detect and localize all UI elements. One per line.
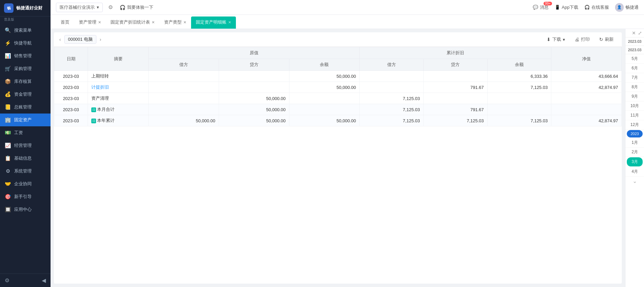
support-label: 在线客服 xyxy=(591,4,609,10)
header-actions: 💬 消息 99+ 📱 App下载 🎧 在线客服 👤 畅捷通 xyxy=(533,3,639,12)
sidebar-item-quicknav[interactable]: ⚡ 快捷导航 xyxy=(0,37,51,50)
sidebar-item-operation[interactable]: 📈 经营管理 xyxy=(0,139,51,152)
tab-depreciation-close[interactable]: ✕ xyxy=(152,20,155,25)
cal-year-header2: 2023.03 xyxy=(625,46,644,54)
sidebar-item-label: 基础信息 xyxy=(14,155,32,161)
edition-label: 普及版 xyxy=(0,17,51,24)
col-acc-dep-group: 累计折旧 xyxy=(360,47,551,59)
sidebar-item-fixed[interactable]: 🏢 固定资产 xyxy=(0,114,51,126)
toolbar-right: ⬇ 下载 ▾ 🖨 打印 ↻ 刷新 xyxy=(544,35,616,44)
phone-icon: 📱 xyxy=(555,5,560,10)
main-area: 医疗器械行业演示 ▾ ⚙ 🎧 我要体验一下 💬 消息 99+ 📱 App下载 🎧… xyxy=(51,0,644,287)
tab-assettype[interactable]: 资产类型 ✕ xyxy=(159,17,191,29)
sidebar-item-sales[interactable]: 📊 销售管理 xyxy=(0,50,51,62)
cal-month[interactable]: 4月 xyxy=(625,167,644,177)
download-btn[interactable]: ⬇ 下载 ▾ xyxy=(544,35,568,44)
summary-text: 本月合计 xyxy=(97,107,115,112)
expand-panel-btn[interactable]: ⤢ xyxy=(638,30,642,36)
user-avatar: 👤 xyxy=(615,3,624,12)
data-table-wrap: 日期 摘要 原值 累计折旧 净值 借方 贷方 余额 借方 贷方 余额 xyxy=(54,47,622,284)
cal-month[interactable]: 3月 xyxy=(627,157,643,167)
cal-year-2023[interactable]: 2023 xyxy=(627,130,643,138)
refresh-icon: ↻ xyxy=(599,37,603,42)
message-icon: 💬 xyxy=(533,5,538,10)
messages-action[interactable]: 💬 消息 99+ xyxy=(533,4,549,10)
sidebar-item-label: 新手引导 xyxy=(14,194,32,200)
tab-assetdetail-close[interactable]: ✕ xyxy=(228,20,231,25)
quicknav-icon: ⚡ xyxy=(5,40,11,46)
collapse-icon[interactable]: ◀ xyxy=(42,277,46,284)
tab-depreciation[interactable]: 固定资产折旧统计表 ✕ xyxy=(106,17,159,29)
col-orig-credit: 贷方 xyxy=(219,59,289,71)
summary-text: 计提折旧 xyxy=(91,85,109,90)
col-orig-value-group: 原值 xyxy=(149,47,360,59)
table-row: 2023-03日本年累计50,000.0050,000.0050,000.007… xyxy=(54,115,622,126)
cal-month[interactable]: 12月 xyxy=(625,120,644,130)
cal-month[interactable]: 2月 xyxy=(625,148,644,157)
sidebar-item-fund[interactable]: 💰 资金管理 xyxy=(0,88,51,101)
inventory-icon: 📦 xyxy=(5,78,11,85)
cal-month[interactable]: 11月 xyxy=(625,111,644,120)
cal-month[interactable]: 10月 xyxy=(625,101,644,111)
user-action[interactable]: 👤 畅捷通 xyxy=(615,3,639,12)
gear-icon[interactable]: ⚙ xyxy=(108,4,113,10)
cal-month[interactable]: 9月 xyxy=(625,92,644,101)
operation-icon: 📈 xyxy=(5,142,11,149)
settings-icon[interactable]: ⚙ xyxy=(5,277,9,284)
tab-assettype-close[interactable]: ✕ xyxy=(183,20,186,25)
asset-id-box: 000001 电脑 xyxy=(64,35,96,44)
sidebar-item-salary[interactable]: 💵 工资 xyxy=(0,126,51,139)
table-row: 2023-03资产清理50,000.007,125.03 xyxy=(54,93,622,104)
guide-icon: 🎯 xyxy=(5,194,11,200)
cal-month[interactable]: 8月 xyxy=(625,83,644,92)
sidebar-item-system[interactable]: ⚙ 系统管理 xyxy=(0,165,51,178)
experience-btn[interactable]: 🎧 我要体验一下 xyxy=(120,4,153,10)
tab-assetdetail[interactable]: 固定资产明细账 ✕ xyxy=(191,17,236,29)
sidebar-item-label: 搜索菜单 xyxy=(14,27,32,33)
sidebar-item-purchase[interactable]: 🛒 采购管理 xyxy=(0,62,51,75)
logo-text: 畅捷通好业财 xyxy=(16,5,42,11)
cal-month[interactable]: 5月 xyxy=(625,54,644,64)
sidebar-item-label: 销售管理 xyxy=(14,53,32,59)
sidebar-item-ledger[interactable]: 📒 总账管理 xyxy=(0,101,51,114)
data-table: 日期 摘要 原值 累计折旧 净值 借方 贷方 余额 借方 贷方 余额 xyxy=(54,47,622,126)
tab-assetmanage-close[interactable]: ✕ xyxy=(98,20,101,25)
tab-depreciation-label: 固定资产折旧统计表 xyxy=(111,19,150,25)
support-action[interactable]: 🎧 在线客服 xyxy=(584,4,609,10)
fund-icon: 💰 xyxy=(5,91,11,97)
sidebar-bottom: ⚙ ◀ xyxy=(0,274,51,287)
col-orig-debit: 借方 xyxy=(149,59,219,71)
appdownload-action[interactable]: 📱 App下载 xyxy=(555,4,578,10)
cal-down-nav[interactable]: ⌄ xyxy=(625,177,644,186)
company-selector[interactable]: 医疗器械行业演示 ▾ xyxy=(56,3,103,12)
sidebar-item-label: 应用中心 xyxy=(14,206,32,213)
sidebar-item-inventory[interactable]: 📦 库存核算 xyxy=(0,75,51,88)
table-row: 2023-03上期结转50,000.006,333.3643,666.64 xyxy=(54,71,622,82)
sidebar-item-appstore[interactable]: 🔲 应用中心 xyxy=(0,203,51,216)
sidebar-item-label: 经营管理 xyxy=(14,142,32,149)
cal-month[interactable]: 7月 xyxy=(625,73,644,83)
cal-month[interactable]: 6月 xyxy=(625,64,644,73)
top-header: 医疗器械行业演示 ▾ ⚙ 🎧 我要体验一下 💬 消息 99+ 📱 App下载 🎧… xyxy=(51,0,644,15)
main-panel: ‹ 000001 电脑 › ⬇ 下载 ▾ 🖨 打印 ↻ 刷新 xyxy=(54,32,622,284)
cal-month[interactable]: 1月 xyxy=(625,138,644,148)
sidebar-item-search[interactable]: 🔍 搜索菜单 xyxy=(0,24,51,37)
sidebar: 畅 畅捷通好业财 普及版 🔍 搜索菜单 ⚡ 快捷导航 📊 销售管理 🛒 采购管理… xyxy=(0,0,51,287)
tab-assetmanage[interactable]: 资产管理 ✕ xyxy=(74,17,106,29)
col-acc-debit: 借方 xyxy=(360,59,424,71)
print-btn[interactable]: 🖨 打印 xyxy=(572,35,592,44)
refresh-btn[interactable]: ↻ 刷新 xyxy=(596,35,616,44)
tab-assetmanage-label: 资产管理 xyxy=(79,19,96,25)
refresh-label: 刷新 xyxy=(605,36,614,42)
support-icon: 🎧 xyxy=(584,5,590,10)
prev-arrow[interactable]: ‹ xyxy=(59,37,61,42)
sidebar-item-label: 库存核算 xyxy=(14,78,32,85)
download-arrow: ▾ xyxy=(563,37,565,42)
next-arrow[interactable]: › xyxy=(100,37,101,42)
sidebar-item-basic[interactable]: 📋 基础信息 xyxy=(0,152,51,165)
close-panel-btn[interactable]: ✕ xyxy=(632,30,636,36)
sidebar-item-label: 总账管理 xyxy=(14,104,32,110)
tab-home[interactable]: 首页 xyxy=(56,17,74,29)
sidebar-item-collab[interactable]: 🤝 企业协同 xyxy=(0,178,51,190)
sidebar-item-guide[interactable]: 🎯 新手引导 xyxy=(0,190,51,203)
